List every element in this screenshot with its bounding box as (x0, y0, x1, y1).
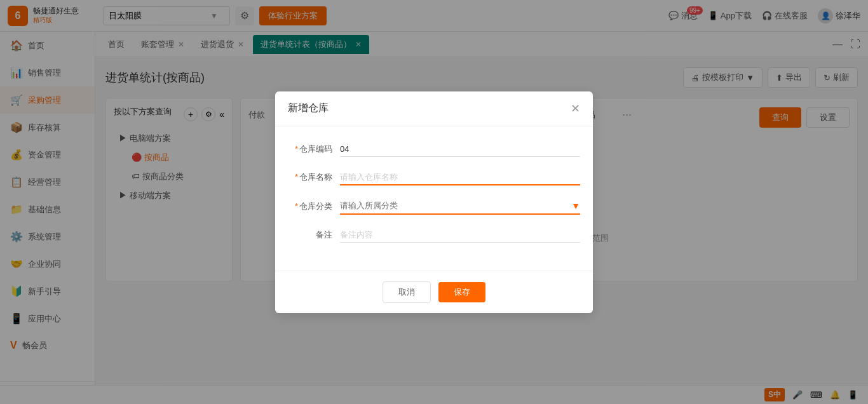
form-row-notes: 备注 (288, 227, 580, 243)
cancel-button[interactable]: 取消 (383, 281, 431, 303)
save-button[interactable]: 保存 (438, 282, 485, 302)
form-row-code: 仓库编码 (288, 142, 580, 157)
modal-footer: 取消 保存 (275, 271, 593, 313)
form-row-category: 仓库分类 ▼ (288, 198, 580, 215)
warehouse-category-input[interactable] (340, 201, 571, 210)
modal-new-warehouse: 新增仓库 ✕ 仓库编码 仓库名称 仓库分类 ▼ (275, 91, 593, 313)
warehouse-notes-input[interactable] (340, 227, 580, 243)
warehouse-name-input[interactable] (340, 170, 580, 185)
form-label-category: 仓库分类 (288, 201, 332, 212)
warehouse-category-wrap[interactable]: ▼ (340, 198, 580, 215)
warehouse-code-input[interactable] (340, 142, 580, 157)
form-label-code: 仓库编码 (288, 144, 332, 155)
modal-overlay[interactable]: 新增仓库 ✕ 仓库编码 仓库名称 仓库分类 ▼ (0, 0, 868, 404)
modal-body: 仓库编码 仓库名称 仓库分类 ▼ 备注 (275, 126, 593, 271)
category-dropdown-icon[interactable]: ▼ (571, 201, 580, 211)
form-label-name: 仓库名称 (288, 172, 332, 183)
modal-close-btn[interactable]: ✕ (571, 102, 580, 116)
form-row-name: 仓库名称 (288, 170, 580, 185)
modal-header: 新增仓库 ✕ (275, 91, 593, 126)
modal-title: 新增仓库 (288, 102, 329, 115)
form-label-notes: 备注 (288, 229, 332, 241)
